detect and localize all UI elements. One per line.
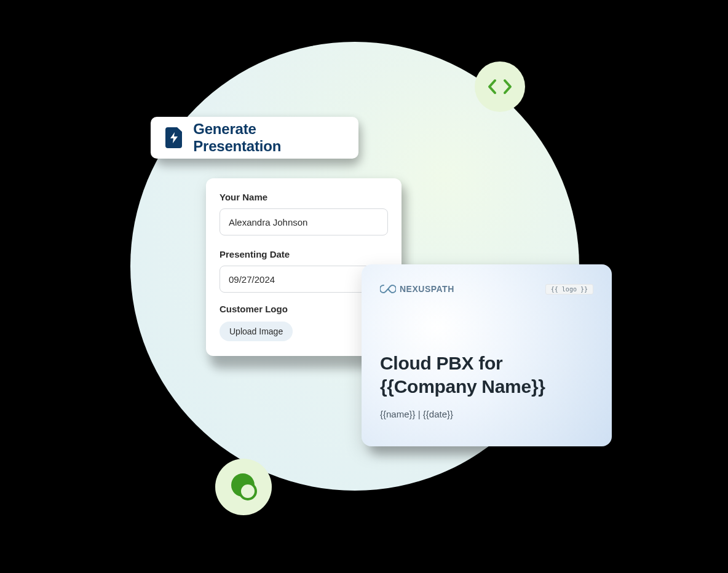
slide-title: Cloud PBX for {{Company Name}}: [380, 352, 593, 398]
logo-placeholder-chip: {{ logo }}: [545, 284, 593, 294]
brand-logo: NEXUSPATH: [380, 284, 454, 294]
generate-presentation-label: Generate Presentation: [193, 121, 344, 155]
document-bolt-icon: [165, 127, 182, 148]
brand-text: NEXUSPATH: [400, 284, 454, 294]
chat-badge: [215, 459, 272, 515]
your-name-label: Your Name: [220, 192, 388, 202]
presenting-date-label: Presenting Date: [220, 249, 388, 259]
chat-bubbles-icon: [230, 473, 257, 500]
generate-presentation-button[interactable]: Generate Presentation: [151, 117, 358, 159]
infinity-cloud-icon: [380, 284, 396, 294]
your-name-input[interactable]: [220, 208, 388, 235]
canvas: Generate Presentation Your Name Presenti…: [0, 0, 728, 573]
slide-preview-card: NEXUSPATH {{ logo }} Cloud PBX for {{Com…: [362, 264, 612, 446]
slide-subtitle: {{name}} | {{date}}: [380, 409, 593, 419]
upload-image-button[interactable]: Upload Image: [220, 322, 293, 341]
code-icon: [488, 79, 512, 95]
code-badge: [475, 61, 525, 112]
slide-header: NEXUSPATH {{ logo }}: [380, 282, 593, 296]
texture-blob: [25, 160, 141, 381]
